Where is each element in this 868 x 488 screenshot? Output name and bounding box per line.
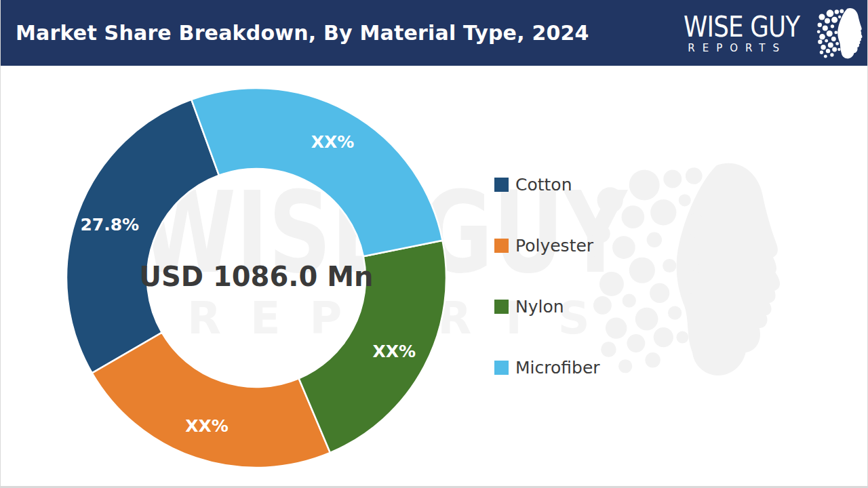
chart-center-value: USD 1086.0 Mn (140, 261, 374, 292)
header-bar: Market Share Breakdown, By Material Type… (1, 0, 868, 66)
legend-item-cotton[interactable]: Cotton (494, 174, 600, 195)
brand-logo: WISE GUY REPORTS (684, 5, 863, 62)
legend-swatch-icon (494, 239, 509, 253)
slice-label-cotton: 27.8% (80, 215, 139, 235)
chart-legend: CottonPolyesterNylonMicrofiber (494, 174, 600, 418)
slice-label-polyester: XX% (185, 416, 229, 436)
donut-slice-cotton[interactable] (66, 100, 219, 373)
logo-text: WISE GUY REPORTS (684, 13, 820, 54)
legend-label: Polyester (515, 237, 593, 254)
donut-slice-microfiber[interactable] (191, 88, 442, 256)
page: Market Share Breakdown, By Material Type… (0, 0, 868, 488)
slice-label-nylon: XX% (372, 342, 416, 361)
legend-swatch-icon (494, 300, 509, 314)
legend-label: Nylon (515, 298, 564, 315)
legend-item-nylon[interactable]: Nylon (494, 296, 600, 317)
legend-item-microfiber[interactable]: Microfiber (494, 357, 600, 378)
legend-label: Cotton (515, 176, 572, 193)
slice-label-microfiber: XX% (311, 132, 355, 152)
legend-swatch-icon (494, 361, 509, 375)
chart-area: WISE GUY REPORTS 27.8%XX%XX%XX% USD 1086… (1, 66, 868, 486)
legend-label: Microfiber (515, 359, 600, 376)
legend-swatch-icon (494, 178, 509, 192)
logo-wordmark: WISE GUY (684, 13, 800, 41)
page-title: Market Share Breakdown, By Material Type… (16, 21, 589, 45)
logo-subtext: REPORTS (684, 43, 787, 54)
donut-chart: 27.8%XX%XX%XX% (1, 66, 868, 486)
donut-slice-polyester[interactable] (92, 333, 330, 468)
legend-item-polyester[interactable]: Polyester (494, 235, 600, 256)
logo-head-icon (816, 6, 863, 60)
